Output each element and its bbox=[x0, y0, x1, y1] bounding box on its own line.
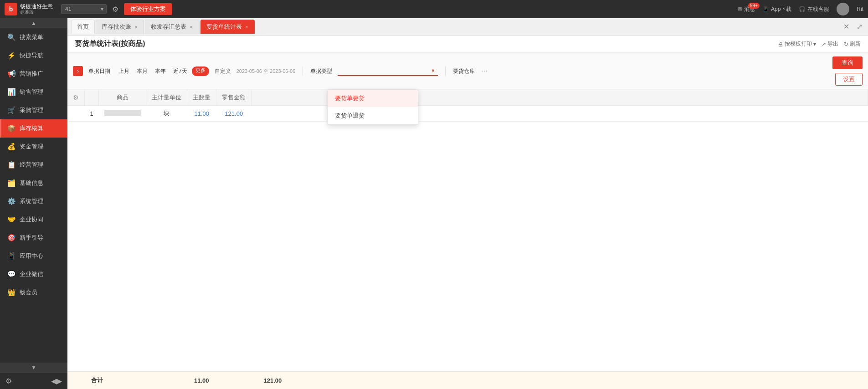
type-caret-icon[interactable]: ∧ bbox=[428, 67, 438, 74]
tab-close-recv[interactable]: × bbox=[189, 24, 193, 30]
th-unit: 主计量单位 bbox=[146, 90, 187, 106]
settings-icon[interactable]: ⚙ bbox=[110, 3, 120, 15]
refresh-btn[interactable]: ↻ 刷新 bbox=[844, 40, 861, 48]
logo-icon: b bbox=[5, 3, 17, 15]
service-icon: 🎧 bbox=[799, 6, 806, 12]
sidebar-footer: ⚙ ◀▶ bbox=[0, 373, 67, 389]
logo-text: 畅捷通好生意 标准版 bbox=[20, 3, 53, 15]
sidebar-collapse-icon[interactable]: ◀▶ bbox=[51, 377, 62, 385]
finance-icon: 💰 bbox=[7, 142, 16, 151]
sidebar-item-shortcut[interactable]: ⚡ 快捷导航 bbox=[0, 46, 67, 65]
date-7days[interactable]: 近7天 bbox=[170, 67, 190, 76]
tab-close-req[interactable]: × bbox=[244, 24, 249, 30]
dropdown-item-req-order[interactable]: 要货单要货 bbox=[328, 90, 418, 107]
sidebar: ▲ 🔍 搜索菜单 ⚡ 快捷导航 📢 营销推广 📊 销售管理 🛒 采购管理 bbox=[0, 18, 67, 389]
date-more-badge[interactable]: 更多 bbox=[192, 67, 209, 76]
sidebar-scroll-up[interactable]: ▲ bbox=[0, 18, 67, 28]
warehouse-dots-icon[interactable]: ··· bbox=[481, 67, 487, 75]
settings-btn[interactable]: 设置 bbox=[835, 73, 863, 86]
date-prev-month[interactable]: 上月 bbox=[116, 67, 132, 76]
sidebar-item-purchase[interactable]: 🛒 采购管理 bbox=[0, 101, 67, 119]
tabs-bar: 首页 库存批次账 × 收发存汇总表 × 要货单统计表 × ✕ ⤢ bbox=[67, 18, 868, 36]
sidebar-gear-icon[interactable]: ⚙ bbox=[5, 377, 12, 385]
filter-expand-btn[interactable]: › bbox=[73, 66, 83, 76]
th-quantity: 主数量 bbox=[187, 90, 216, 106]
main-layout: ▲ 🔍 搜索菜单 ⚡ 快捷导航 📢 营销推广 📊 销售管理 🛒 采购管理 bbox=[0, 18, 868, 389]
row-amount[interactable]: 121.00 bbox=[216, 106, 252, 122]
system-icon: ⚙️ bbox=[7, 197, 16, 206]
th-product: 商品 bbox=[99, 90, 146, 106]
logo-area: b 畅捷通好生意 标准版 bbox=[5, 3, 53, 15]
enterprise-icon: 🤝 bbox=[7, 215, 16, 224]
window-controls: ✕ ⤢ bbox=[842, 21, 864, 32]
sidebar-item-enterprise[interactable]: 🤝 企业协同 bbox=[0, 210, 67, 229]
page-header: 要货单统计表(按商品) 🖨 按模板打印 ▾ ↗ 导出 ↻ 刷新 bbox=[67, 36, 868, 53]
message-btn[interactable]: ✉ 消息 99+ bbox=[738, 5, 755, 13]
sidebar-item-basic[interactable]: 🗂️ 基础信息 bbox=[0, 174, 67, 192]
app-download-btn[interactable]: 📱 App下载 bbox=[762, 5, 791, 13]
tab-home[interactable]: 首页 bbox=[71, 20, 95, 34]
tab-close-batch[interactable]: × bbox=[134, 24, 138, 30]
date-curr-month[interactable]: 本月 bbox=[134, 67, 150, 76]
sidebar-item-search[interactable]: 🔍 搜索菜单 bbox=[0, 28, 67, 46]
filter-divider-2 bbox=[445, 67, 446, 76]
date-custom-btn[interactable]: 自定义 bbox=[215, 67, 231, 75]
row-seq: 1 bbox=[85, 106, 99, 122]
table-settings-icon[interactable]: ⚙ bbox=[73, 94, 79, 101]
row-quantity[interactable]: 11.00 bbox=[187, 106, 216, 122]
row-product bbox=[99, 106, 146, 122]
th-settings[interactable]: ⚙ bbox=[67, 90, 85, 106]
appcenter-icon: 📱 bbox=[7, 251, 16, 261]
row-empty-check bbox=[67, 106, 85, 122]
data-table: ⚙ 商品 主计量单位 主数量 零售金额 1 bbox=[67, 90, 868, 122]
page-title: 要货单统计表(按商品) bbox=[75, 39, 145, 49]
print-icon: 🖨 bbox=[778, 41, 783, 47]
sidebar-item-appcenter[interactable]: 📱 应用中心 bbox=[0, 247, 67, 265]
operations-icon: 📋 bbox=[7, 160, 16, 169]
page-actions: 🖨 按模板打印 ▾ ↗ 导出 ↻ 刷新 bbox=[778, 40, 861, 48]
th-seq bbox=[85, 90, 99, 106]
print-btn[interactable]: 🖨 按模板打印 ▾ bbox=[778, 40, 816, 48]
row-unit: 块 bbox=[146, 106, 187, 122]
tab-req-stats[interactable]: 要货单统计表 × bbox=[200, 20, 255, 34]
store-dropdown-icon: ▾ bbox=[101, 6, 103, 12]
summary-row: 合计 11.00 121.00 bbox=[67, 371, 868, 389]
sidebar-item-finance[interactable]: 💰 资金管理 bbox=[0, 138, 67, 156]
export-icon: ↗ bbox=[822, 41, 826, 47]
sidebar-item-sales[interactable]: 📊 销售管理 bbox=[0, 83, 67, 101]
date-year[interactable]: 本年 bbox=[152, 67, 169, 76]
header-left: b 畅捷通好生意 标准版 41 ▾ ⚙ 体验行业方案 bbox=[5, 3, 172, 15]
export-btn[interactable]: ↗ 导出 bbox=[822, 40, 838, 48]
query-btn[interactable]: 查询 bbox=[832, 56, 863, 69]
filter-right-btns: 查询 设置 bbox=[832, 56, 863, 86]
window-close-icon[interactable]: ✕ bbox=[842, 21, 851, 32]
sidebar-item-operations[interactable]: 📋 经营管理 bbox=[0, 156, 67, 174]
header-right: ✉ 消息 99+ 📱 App下载 🎧 在线客服 Rit bbox=[738, 3, 863, 15]
sidebar-item-inventory[interactable]: 📦 库存核算 bbox=[0, 119, 67, 138]
tab-batch-account[interactable]: 库存批次账 × bbox=[96, 20, 144, 34]
top-header: b 畅捷通好生意 标准版 41 ▾ ⚙ 体验行业方案 ✉ 消息 99+ 📱 Ap… bbox=[0, 0, 868, 18]
summary-label: 合计 bbox=[73, 376, 103, 384]
sidebar-item-system[interactable]: ⚙️ 系统管理 bbox=[0, 192, 67, 210]
sidebar-item-guide[interactable]: 🎯 新手引导 bbox=[0, 229, 67, 247]
lightning-icon: ⚡ bbox=[7, 51, 16, 60]
dropdown-item-req-return[interactable]: 要货单退货 bbox=[328, 107, 418, 124]
avatar[interactable] bbox=[837, 3, 849, 15]
purchase-icon: 🛒 bbox=[7, 106, 16, 115]
sidebar-item-wechat[interactable]: 💬 企业微信 bbox=[0, 265, 67, 283]
tab-recv-summary[interactable]: 收发存汇总表 × bbox=[145, 20, 199, 34]
sidebar-item-vip[interactable]: 👑 畅会员 bbox=[0, 283, 67, 302]
window-expand-icon[interactable]: ⤢ bbox=[855, 21, 864, 32]
print-dropdown-icon: ▾ bbox=[813, 41, 816, 47]
trial-btn[interactable]: 体验行业方案 bbox=[124, 3, 172, 15]
type-input-wrap: ∧ bbox=[338, 66, 438, 76]
guide-icon: 🎯 bbox=[7, 233, 16, 242]
sidebar-item-marketing[interactable]: 📢 营销推广 bbox=[0, 65, 67, 83]
search-icon: 🔍 bbox=[7, 33, 16, 42]
th-amount: 零售金额 bbox=[216, 90, 252, 106]
sidebar-scroll-down[interactable]: ▼ bbox=[0, 363, 67, 373]
store-selector[interactable]: 41 ▾ bbox=[61, 4, 107, 14]
type-input[interactable] bbox=[338, 66, 428, 75]
online-service-btn[interactable]: 🎧 在线客服 bbox=[799, 5, 829, 13]
basic-icon: 🗂️ bbox=[7, 179, 16, 188]
